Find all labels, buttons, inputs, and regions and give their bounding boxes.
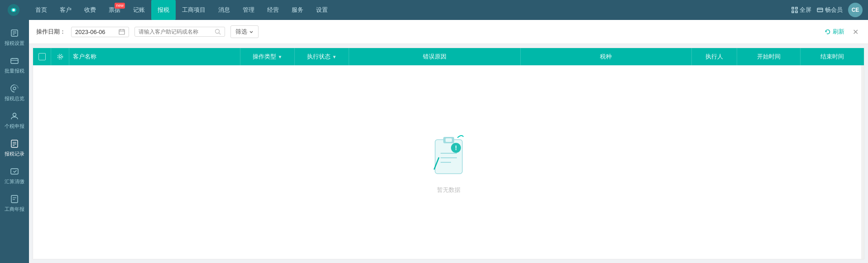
nav-item-home[interactable]: 首页 (29, 0, 53, 20)
filter-button[interactable]: 筛选 (230, 25, 259, 38)
fullscreen-button[interactable]: 全屏 (791, 6, 811, 14)
sort-icon-exec-status: ▼ (332, 54, 336, 59)
new-badge: new (115, 3, 125, 9)
svg-rect-3 (796, 7, 797, 9)
main-layout: 报税设置批量报税报税总览个税申报报税记录汇算清缴工商年报 操作日期： (0, 20, 868, 263)
nav-item-settings[interactable]: 设置 (310, 0, 334, 20)
svg-rect-34 (446, 138, 452, 142)
svg-text:!: ! (455, 144, 457, 151)
nav-item-accounts[interactable]: 记账 (127, 0, 151, 20)
svg-point-31 (58, 54, 62, 59)
select-all-checkbox[interactable] (38, 53, 46, 60)
th-exec-status: 执行状态 ▼ (295, 48, 349, 65)
th-customer: 客户名称 (69, 48, 240, 65)
svg-rect-21 (11, 195, 18, 203)
table-container: 客户名称 操作类型 ▼ 执行状态 ▼ 错误原因 税种 执行人 (33, 48, 864, 259)
svg-point-28 (216, 29, 220, 34)
date-input-wrap[interactable] (71, 27, 129, 37)
th-settings (51, 48, 69, 65)
svg-rect-2 (792, 7, 794, 9)
nav-item-service[interactable]: 服务 (285, 0, 310, 20)
search-icon (215, 29, 221, 35)
date-label: 操作日期： (36, 28, 66, 36)
filter-label: 筛选 (235, 28, 247, 36)
sidebar-label-batch-tax: 批量报税 (5, 68, 24, 74)
sidebar-item-tax-settings[interactable]: 报税设置 (0, 24, 29, 51)
th-executor: 执行人 (692, 48, 737, 65)
avatar-text: CE (852, 7, 859, 13)
top-navigation: 首页客户收费票据new记账报税工商项目消息管理经营服务设置 全屏 畅会员 CE (0, 0, 868, 20)
annual-report-icon (10, 194, 19, 204)
svg-rect-12 (11, 58, 18, 63)
sidebar-item-tax-overview[interactable]: 报税总览 (0, 79, 29, 107)
tax-record-icon (10, 139, 19, 149)
nav-item-admin[interactable]: 管理 (236, 0, 261, 20)
sort-icon-op-type: ▼ (278, 54, 282, 59)
nav-item-invoice[interactable]: 票据new (102, 0, 127, 20)
empty-text: 暂无数据 (437, 186, 460, 194)
chevron-down-icon (249, 29, 254, 34)
sidebar-label-tax-settings: 报税设置 (5, 40, 24, 47)
sidebar-label-settlement: 汇算清缴 (5, 178, 24, 185)
toolbar: 操作日期： 筛选 (29, 20, 868, 44)
search-wrap[interactable] (134, 27, 225, 37)
content-area: 操作日期： 筛选 (29, 20, 868, 263)
svg-point-1 (12, 9, 15, 11)
date-input[interactable] (75, 29, 116, 35)
member-button[interactable]: 畅会员 (817, 6, 843, 14)
sidebar: 报税设置批量报税报税总览个税申报报税记录汇算清缴工商年报 (0, 20, 29, 263)
empty-illustration: ! (426, 131, 471, 180)
member-label: 畅会员 (825, 6, 843, 14)
refresh-button[interactable]: 刷新 (825, 28, 844, 36)
scrollbar[interactable] (861, 65, 864, 259)
table-body: ! 暂无数据 (33, 65, 864, 259)
calendar-icon (119, 29, 125, 35)
refresh-label: 刷新 (833, 28, 844, 36)
nav-item-customer[interactable]: 客户 (53, 0, 78, 20)
svg-point-30 (59, 56, 61, 58)
nav-item-business[interactable]: 工商项目 (176, 0, 212, 20)
nav-items: 首页客户收费票据new记账报税工商项目消息管理经营服务设置 (29, 0, 791, 20)
user-avatar[interactable]: CE (848, 3, 863, 17)
sidebar-label-annual-report: 工商年报 (5, 206, 24, 213)
personal-tax-icon (10, 111, 19, 121)
svg-rect-20 (11, 169, 18, 174)
sidebar-item-tax-record[interactable]: 报税记录 (0, 134, 29, 162)
fullscreen-label: 全屏 (800, 6, 811, 14)
th-tax-type: 税种 (521, 48, 692, 65)
th-start-time: 开始时间 (737, 48, 801, 65)
settings-gear-icon (57, 54, 63, 60)
svg-rect-24 (119, 29, 125, 34)
sidebar-label-tax-record: 报税记录 (5, 151, 24, 157)
th-checkbox[interactable] (33, 48, 51, 65)
svg-point-15 (13, 113, 16, 117)
svg-rect-5 (796, 11, 797, 13)
refresh-icon (825, 29, 831, 35)
nav-item-billing[interactable]: 收费 (78, 0, 102, 20)
nav-item-finance[interactable]: 经营 (261, 0, 285, 20)
svg-rect-6 (817, 8, 823, 12)
sidebar-item-batch-tax[interactable]: 批量报税 (0, 51, 29, 79)
nav-item-message[interactable]: 消息 (212, 0, 236, 20)
batch-tax-icon (10, 56, 19, 66)
table-header: 客户名称 操作类型 ▼ 执行状态 ▼ 错误原因 税种 执行人 (33, 48, 864, 65)
svg-rect-4 (792, 11, 794, 13)
nav-right: 全屏 畅会员 CE (791, 3, 863, 17)
sidebar-label-tax-overview: 报税总览 (5, 95, 24, 102)
tax-settings-icon (10, 28, 19, 38)
settlement-icon (10, 166, 19, 176)
app-logo[interactable] (5, 2, 22, 18)
close-button[interactable]: ✕ (850, 26, 861, 37)
tax-overview-icon (10, 83, 19, 93)
sidebar-item-settlement[interactable]: 汇算清缴 (0, 162, 29, 190)
th-error-reason: 错误原因 (349, 48, 520, 65)
nav-item-tax[interactable]: 报税 (151, 0, 176, 20)
sidebar-label-personal-tax: 个税申报 (5, 123, 24, 130)
th-op-type: 操作类型 ▼ (240, 48, 295, 65)
th-end-time: 结束时间 (801, 48, 864, 65)
svg-point-14 (13, 87, 16, 90)
svg-line-29 (219, 33, 221, 35)
search-input[interactable] (139, 29, 213, 35)
sidebar-item-annual-report[interactable]: 工商年报 (0, 190, 29, 217)
sidebar-item-personal-tax[interactable]: 个税申报 (0, 107, 29, 134)
